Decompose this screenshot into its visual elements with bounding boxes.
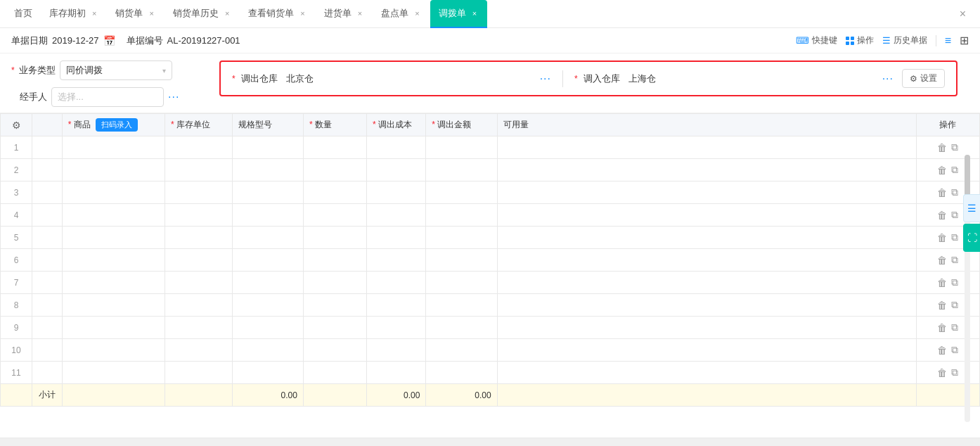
table-row: 2🗑⧉ xyxy=(1,159,980,181)
settings-gear-icon: ⚙ xyxy=(910,74,917,84)
right-panel: ☰ ⛶ xyxy=(963,194,980,252)
delete-icon-8[interactable]: 🗑 xyxy=(937,300,947,311)
tab-view-sales[interactable]: 查看销货单 × xyxy=(240,0,315,28)
right-panel-list-button[interactable]: ☰ xyxy=(963,194,980,222)
copy-icon-1[interactable]: ⧉ xyxy=(951,141,958,153)
shortcut-icon: ⌨ xyxy=(796,35,809,46)
toolbar-right: ⌨ 快捷键 操作 ☰ 历史单据 ≡ ⊞ xyxy=(796,34,969,47)
th-amount: * 调出金额 xyxy=(426,114,497,136)
settings-button[interactable]: ⚙ 设置 xyxy=(902,69,945,88)
th-settings[interactable]: ⚙ xyxy=(1,114,32,136)
delete-icon-11[interactable]: 🗑 xyxy=(937,367,947,378)
history-icon: ☰ xyxy=(882,35,891,46)
copy-icon-7[interactable]: ⧉ xyxy=(951,276,958,288)
warehouse-section: * 调出仓库 北京仓 ··· * 调入仓库 上海仓 ··· ⚙ 设置 xyxy=(219,60,958,96)
tab-transfer[interactable]: 调拨单 × xyxy=(430,0,487,28)
th-cost: * 调出成本 xyxy=(366,114,425,136)
business-type-field: * 业务类型 同价调拨 ▾ xyxy=(11,60,197,80)
layout-grid-button[interactable]: ⊞ xyxy=(960,34,969,47)
horizontal-scrollbar[interactable] xyxy=(0,438,980,446)
history-button[interactable]: ☰ 历史单据 xyxy=(882,34,927,46)
delete-icon-9[interactable]: 🗑 xyxy=(937,322,947,333)
tab-close-view-sales[interactable]: × xyxy=(298,8,307,18)
th-product: * 商品 扫码录入 xyxy=(62,114,165,136)
delete-icon-10[interactable]: 🗑 xyxy=(937,345,947,356)
form-section: * 业务类型 同价调拨 ▾ 经手人 选择... ··· * 调出仓库 北京仓 xyxy=(0,53,980,113)
operation-button[interactable]: 操作 xyxy=(846,34,874,46)
tab-close-transfer[interactable]: × xyxy=(470,8,479,18)
in-warehouse-field: * 调入仓库 上海仓 ··· xyxy=(574,72,894,85)
copy-icon-9[interactable]: ⧉ xyxy=(951,321,958,333)
copy-icon-2[interactable]: ⧉ xyxy=(951,164,958,176)
tab-home[interactable]: 首页 xyxy=(6,0,41,28)
copy-icon-3[interactable]: ⧉ xyxy=(951,186,958,198)
tab-sales-order[interactable]: 销货单 × xyxy=(107,0,164,28)
out-warehouse-field: * 调出仓库 北京仓 ··· xyxy=(232,72,551,85)
tab-close-sales-order[interactable]: × xyxy=(147,8,155,18)
main-table: ⚙ * 商品 扫码录入 * 库存单位 规格型号 xyxy=(0,113,980,407)
tab-close-stocktake[interactable]: × xyxy=(413,8,421,18)
tab-close-inventory-init[interactable]: × xyxy=(90,8,98,18)
list-panel-icon: ☰ xyxy=(967,203,976,214)
delete-icon-6[interactable]: 🗑 xyxy=(937,255,947,266)
table-row: 10🗑⧉ xyxy=(1,339,980,362)
left-form: * 业务类型 同价调拨 ▾ 经手人 选择... ··· xyxy=(11,60,208,107)
delete-icon-2[interactable]: 🗑 xyxy=(937,165,947,176)
table-row: 4🗑⧉ xyxy=(1,204,980,227)
handler-select[interactable]: 选择... xyxy=(51,87,164,107)
delete-icon-4[interactable]: 🗑 xyxy=(937,210,947,221)
out-warehouse-more-button[interactable]: ··· xyxy=(540,72,551,85)
copy-icon-6[interactable]: ⧉ xyxy=(951,254,958,266)
table-area: ⚙ * 商品 扫码录入 * 库存单位 规格型号 xyxy=(0,113,980,446)
calendar-icon[interactable]: 📅 xyxy=(103,35,115,46)
scrollbar-thumb[interactable] xyxy=(965,155,970,197)
toolbar: 单据日期 2019-12-27 📅 单据编号 AL-20191227-001 ⌨… xyxy=(0,28,980,53)
scan-button[interactable]: 扫码录入 xyxy=(96,118,138,132)
table-header-row: ⚙ * 商品 扫码录入 * 库存单位 规格型号 xyxy=(1,114,980,136)
subtotal-row: 小计 0.00 0.00 0.00 xyxy=(1,384,980,407)
delete-icon-7[interactable]: 🗑 xyxy=(937,277,947,288)
table-row: 8🗑⧉ xyxy=(1,294,980,317)
number-field: 单据编号 AL-20191227-001 xyxy=(127,34,240,47)
copy-icon-10[interactable]: ⧉ xyxy=(951,344,958,356)
in-warehouse-more-button[interactable]: ··· xyxy=(882,72,894,85)
th-action: 操作 xyxy=(916,114,979,136)
window-close-button[interactable]: × xyxy=(951,2,974,26)
operation-icon xyxy=(846,37,854,45)
shortcut-button[interactable]: ⌨ 快捷键 xyxy=(796,34,837,46)
layout-list-button[interactable]: ≡ xyxy=(945,34,951,47)
tab-bar: 首页 库存期初 × 销货单 × 销货单历史 × 查看销货单 × 进货单 × 盘点… xyxy=(0,0,980,28)
copy-icon-8[interactable]: ⧉ xyxy=(951,299,958,311)
right-panel-expand-button[interactable]: ⛶ xyxy=(963,224,980,252)
copy-icon-5[interactable]: ⧉ xyxy=(951,231,958,243)
table-row: 6🗑⧉ xyxy=(1,249,980,272)
copy-icon-4[interactable]: ⧉ xyxy=(951,209,958,221)
settings-button-wrap: ⚙ 设置 xyxy=(902,69,945,88)
th-num xyxy=(32,114,63,136)
copy-icon-11[interactable]: ⧉ xyxy=(951,367,958,378)
th-unit: * 库存单位 xyxy=(165,114,233,136)
tab-inventory-init[interactable]: 库存期初 × xyxy=(41,0,107,28)
tab-close-sales-history[interactable]: × xyxy=(223,8,231,18)
tab-purchase-order[interactable]: 进货单 × xyxy=(316,0,373,28)
warehouse-divider xyxy=(562,70,563,87)
table-row: 11🗑⧉ xyxy=(1,362,980,384)
expand-icon: ⛶ xyxy=(967,232,977,243)
table-row: 5🗑⧉ xyxy=(1,227,980,249)
tab-close-purchase-order[interactable]: × xyxy=(356,8,364,18)
delete-icon-5[interactable]: 🗑 xyxy=(937,232,947,243)
delete-icon-1[interactable]: 🗑 xyxy=(937,142,947,153)
table-row: 9🗑⧉ xyxy=(1,317,980,339)
table-container[interactable]: ⚙ * 商品 扫码录入 * 库存单位 规格型号 xyxy=(0,113,980,438)
table-settings-icon[interactable]: ⚙ xyxy=(12,120,21,131)
tab-sales-history[interactable]: 销货单历史 × xyxy=(165,0,240,28)
tab-stocktake[interactable]: 盘点单 × xyxy=(373,0,430,28)
delete-icon-3[interactable]: 🗑 xyxy=(937,187,947,198)
table-row: 1🗑⧉ xyxy=(1,136,980,159)
date-field: 单据日期 2019-12-27 📅 xyxy=(11,34,115,47)
th-qty: * 数量 xyxy=(303,114,366,136)
business-type-select[interactable]: 同价调拨 ▾ xyxy=(60,60,172,80)
business-type-arrow: ▾ xyxy=(162,67,166,75)
handler-more-button[interactable]: ··· xyxy=(168,91,179,103)
toolbar-separator xyxy=(936,35,936,46)
